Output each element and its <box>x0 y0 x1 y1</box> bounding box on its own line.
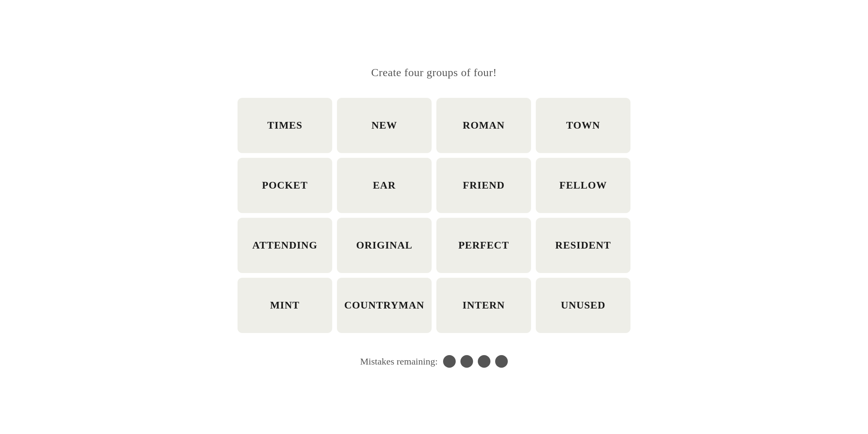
tile-label-unused: UNUSED <box>557 299 608 311</box>
tile-label-times: TIMES <box>264 120 305 131</box>
tile-intern[interactable]: INTERN <box>436 278 531 333</box>
tile-pocket[interactable]: POCKET <box>238 158 332 213</box>
tile-label-mint: MINT <box>267 299 303 311</box>
tile-friend[interactable]: FRIEND <box>436 158 531 213</box>
tile-label-ear: EAR <box>370 180 399 191</box>
tile-attending[interactable]: ATTENDING <box>238 218 332 273</box>
tile-resident[interactable]: RESIDENT <box>536 218 630 273</box>
tile-original[interactable]: ORIGINAL <box>337 218 432 273</box>
tile-label-original: ORIGINAL <box>353 239 416 251</box>
mistake-dot-1 <box>443 355 456 368</box>
tile-label-perfect: PERFECT <box>455 239 513 251</box>
tile-town[interactable]: TOWN <box>536 98 630 153</box>
tile-label-resident: RESIDENT <box>552 239 614 251</box>
tile-mint[interactable]: MINT <box>238 278 332 333</box>
tile-ear[interactable]: EAR <box>337 158 432 213</box>
tile-roman[interactable]: ROMAN <box>436 98 531 153</box>
mistake-dot-3 <box>478 355 490 368</box>
tile-label-attending: ATTENDING <box>249 239 321 251</box>
tile-new[interactable]: NEW <box>337 98 432 153</box>
mistakes-dots <box>443 355 508 368</box>
tile-label-town: TOWN <box>563 120 603 131</box>
mistake-dot-4 <box>495 355 508 368</box>
game-subtitle: Create four groups of four! <box>371 66 497 79</box>
mistakes-label: Mistakes remaining: <box>360 356 438 367</box>
tile-perfect[interactable]: PERFECT <box>436 218 531 273</box>
tile-label-countryman: COUNTRYMAN <box>341 299 427 311</box>
tile-label-intern: INTERN <box>459 299 508 311</box>
tile-label-friend: FRIEND <box>460 180 508 191</box>
tile-label-pocket: POCKET <box>259 180 311 191</box>
tile-fellow[interactable]: FELLOW <box>536 158 630 213</box>
tile-label-new: NEW <box>368 120 400 131</box>
tile-label-fellow: FELLOW <box>556 180 610 191</box>
mistake-dot-2 <box>460 355 473 368</box>
tile-unused[interactable]: UNUSED <box>536 278 630 333</box>
tile-grid: TIMESNEWROMANTOWNPOCKETEARFRIENDFELLOWAT… <box>238 98 630 333</box>
tile-times[interactable]: TIMES <box>238 98 332 153</box>
tile-label-roman: ROMAN <box>460 120 508 131</box>
mistakes-remaining-row: Mistakes remaining: <box>360 355 508 368</box>
tile-countryman[interactable]: COUNTRYMAN <box>337 278 432 333</box>
